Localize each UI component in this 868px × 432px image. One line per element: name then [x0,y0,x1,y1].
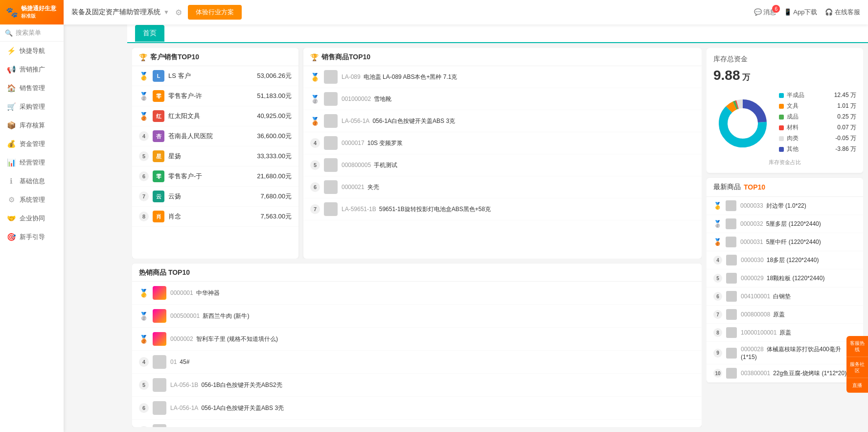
rank-medal-icon: 🥈 [713,220,722,228]
goods-thumb [153,424,166,427]
customer-rank-item: 🥇 L LS 客户 53,006.26元 [132,66,298,86]
new-goods-item: 9 0000028体械嘉枝味苏打饮品400毫升 (1*15) [707,342,863,364]
goods-thumb [153,378,166,392]
sidebar-item-8[interactable]: ⚙系统管理 [0,191,64,209]
legend-label: 文具 [787,102,834,110]
goods-thumb [153,355,166,369]
customer-rank-item: 8 肖 肖念 7,563.00元 [132,207,298,227]
new-goods-thumb [726,368,737,379]
sidebar-item-10[interactable]: 🎯新手引导 [0,228,64,246]
rank-medal-icon: 🥈 [310,95,320,104]
message-icon: 💬 [754,8,762,16]
online-service-label: 在线客服 [835,8,860,16]
right-panel: 库存总资金 9.88 万 [707,48,863,427]
nav-label-0: 快捷导航 [20,47,45,55]
messages-btn[interactable]: 💬 消息 6 [754,8,777,17]
rank-number: 8 [713,328,722,337]
goods-info: 000500001新西兰牛肉 (新牛) [170,312,695,320]
experience-btn[interactable]: 体验行业方案 [188,5,242,20]
legend-dot [779,147,784,152]
goods-code: LA-056-1B [170,382,198,388]
legend-label: 成品 [787,113,834,121]
sales-goods-header: 🏆 销售商品TOP10 [303,48,702,66]
svg-point-6 [729,110,756,137]
sidebar-item-0[interactable]: ⚡快捷导航 [0,42,64,60]
sidebar-item-4[interactable]: 📦库存核算 [0,116,64,135]
nav-label-5: 资金管理 [20,140,45,148]
sales-goods-rank-item: 4 000001710S 变频罗浆 [303,132,702,154]
inventory-amount: 9.88 万 [713,68,856,83]
hot-goods-rank-item: 7 NB2.0X30B2.0X30MM双搓花轴.搓花直径2.1MM/ROHS [132,420,702,427]
sales-goods-panel: 🏆 销售商品TOP10 🥇 LA-089电池盖 LA-089 ABS本色+黑种 … [303,48,702,259]
legend-label: 半成品 [787,91,831,99]
goods-code: 0000021 [342,184,365,191]
nav-label-9: 企业协同 [20,214,45,223]
float-service-btn[interactable]: 直播 [846,378,868,393]
new-goods-code: 0000032 [740,220,763,227]
goods-thumb [324,92,338,106]
goods-thumb [324,114,338,128]
customer-top10-panel: 🏆 客户销售TOP10 🥇 L LS 客户 53,006.26元 🥈 零 零售客… [132,48,298,259]
customer-name: 云扬 [168,192,256,201]
new-goods-code: 10000100001 [741,329,777,336]
legend-value: -0.05 万 [835,134,856,143]
new-goods-code: 003800001 [741,370,770,377]
tab-bar: 首页 [127,24,868,43]
customer-avatar: 零 [153,90,164,102]
tab-home[interactable]: 首页 [135,25,164,42]
new-goods-info: 00000315厘中纤 (1220*2440) [740,238,856,246]
customer-amount: 40,925.00元 [257,112,292,120]
sidebar-item-9[interactable]: 🤝企业协同 [0,209,64,228]
rank-medal-icon: 🥉 [310,117,320,126]
new-goods-code: 0000028 [741,346,764,353]
hot-goods-rank-item: 4 0145# [132,351,702,374]
customer-avatar: 零 [153,170,164,182]
goods-code: 0000001 [170,289,193,296]
float-service-btn[interactable]: 服务社区 [846,357,868,378]
customer-amount: 33,333.00元 [257,152,292,161]
sidebar-item-2[interactable]: 🏠销售管理 [0,79,64,97]
sales-goods-list: 🥇 LA-089电池盖 LA-089 ABS本色+黑种 7.1克 🥈 00100… [303,66,702,220]
search-menu[interactable]: 🔍 搜索菜单 [0,24,64,42]
settings-icon[interactable]: ⚙ [175,8,182,17]
sidebar-item-5[interactable]: 💰资金管理 [0,135,64,153]
nav-icon-4: 📦 [7,121,16,130]
goods-code: LA-089 [342,73,361,80]
left-panels: 🏆 客户销售TOP10 🥇 L LS 客户 53,006.26元 🥈 零 零售客… [132,48,702,427]
rank-number: 4 [713,256,722,264]
goods-info: 0145# [170,359,695,365]
sidebar-item-3[interactable]: 🛒采购管理 [0,97,64,116]
rank-number: 4 [139,357,149,367]
sales-goods-rank-item: 7 LA-59651-1B59651-1B旋转投影灯电池盒ABS黑色+58克 [303,198,702,220]
new-goods-thumb [726,309,737,320]
hot-title: 热销商品 TOP10 [139,268,190,277]
new-goods-title: 最新商品 [713,183,741,192]
new-goods-info: 000002918颗粒板 (1220*2440) [741,274,856,283]
online-service-btn[interactable]: 🎧 在线客服 [825,8,860,17]
goods-thumb [324,136,338,150]
phone-icon: 📱 [784,8,792,16]
customer-name: 星扬 [168,152,253,161]
system-title: 装备及固定资产辅助管理系统 ▼ [71,8,169,17]
customer-rank-item: 4 杏 苍南县人民医院 36,600.00元 [132,126,298,146]
sidebar-item-1[interactable]: 📢营销推广 [0,60,64,79]
customer-panel-header: 🏆 客户销售TOP10 [132,48,298,66]
goods-info: LA-089电池盖 LA-089 ABS本色+黑种 7.1克 [342,73,695,81]
new-goods-item: 🥈 00000325厘多层 (1220*2440) [707,215,863,233]
nav-label-6: 经营管理 [20,158,45,167]
legend-dot [779,104,784,109]
goods-info: 000001710S 变频罗浆 [342,139,695,147]
sidebar-item-6[interactable]: 📊经营管理 [0,153,64,172]
float-service-btn[interactable]: 客服热线 [846,336,868,357]
inventory-chart-label: 库存资金占比 [713,159,856,166]
goods-info: NB2.0X30B2.0X30MM双搓花轴.搓花直径2.1MM/ROHS [170,427,695,428]
app-download-btn[interactable]: 📱 App下载 [784,8,817,17]
hot-goods-rank-item: 🥉 0000002智利车子里 (规格不知道填什么) [132,328,702,351]
goods-info: LA-056-1A056-1A白色按键开关盖ABS 3壳 [170,404,695,412]
nav-icon-3: 🛒 [7,102,16,111]
rank-number: 6 [139,403,149,413]
legend-dot [779,93,784,98]
sidebar-item-7[interactable]: ℹ基础信息 [0,172,64,191]
goods-info: 000800005手机测试 [342,161,695,169]
goods-code: 000500001 [170,312,200,319]
